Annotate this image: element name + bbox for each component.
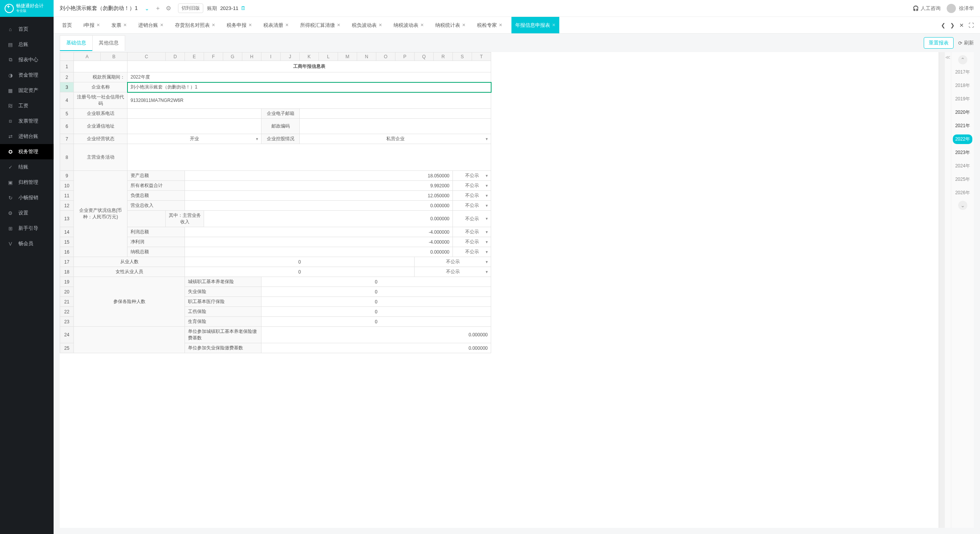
subtab[interactable]: 基础信息 bbox=[60, 35, 92, 51]
phone-value[interactable] bbox=[127, 109, 261, 119]
tab[interactable]: 税负波动表✕ bbox=[350, 17, 384, 33]
col-header[interactable]: M bbox=[338, 52, 357, 61]
nav-item[interactable]: ⧈发票管理 bbox=[0, 113, 54, 129]
metric-value[interactable]: -4.000000 bbox=[185, 227, 453, 237]
tab[interactable]: 税务申报✕ bbox=[224, 17, 254, 33]
fullscreen-icon[interactable]: ⛶ bbox=[969, 22, 974, 28]
refresh-button[interactable]: ⟳ 刷新 bbox=[958, 39, 974, 46]
metric-value[interactable]: -4.000000 bbox=[185, 237, 453, 247]
tab[interactable]: 所得税汇算清缴✕ bbox=[298, 17, 343, 33]
publish-select[interactable]: 不公示 bbox=[415, 257, 491, 267]
add-account-icon[interactable]: + bbox=[156, 5, 160, 12]
tab-close-icon[interactable]: ✕ bbox=[499, 23, 502, 28]
col-header[interactable]: R bbox=[434, 52, 453, 61]
horizontal-scrollbar[interactable] bbox=[60, 353, 939, 359]
row-header[interactable]: 12 bbox=[60, 201, 74, 211]
publish-select[interactable]: 不公示 bbox=[453, 171, 491, 181]
year-item[interactable]: 2023年 bbox=[953, 148, 972, 157]
col-header[interactable]: K bbox=[300, 52, 319, 61]
activity-value[interactable] bbox=[127, 144, 491, 171]
tab-close-icon[interactable]: ✕ bbox=[96, 23, 100, 28]
user-menu[interactable]: 徐泽华 bbox=[947, 4, 974, 13]
row-header[interactable]: 15 bbox=[60, 237, 74, 247]
consult-button[interactable]: 🎧 人工咨询 bbox=[913, 5, 941, 12]
nav-item[interactable]: ↻小畅报销 bbox=[0, 190, 54, 205]
zip-value[interactable] bbox=[300, 119, 491, 134]
tab-close-icon[interactable]: ✕ bbox=[285, 23, 289, 28]
row-header[interactable]: 25 bbox=[60, 343, 74, 353]
col-header[interactable]: F bbox=[204, 52, 223, 61]
col-header[interactable]: Q bbox=[415, 52, 434, 61]
year-item[interactable]: 2021年 bbox=[953, 121, 972, 131]
row-header[interactable]: 14 bbox=[60, 227, 74, 237]
switch-old-button[interactable]: 切到旧版 bbox=[178, 3, 203, 13]
tab[interactable]: 纳税波动表✕ bbox=[391, 17, 426, 33]
row-header[interactable]: 19 bbox=[60, 277, 74, 287]
year-item[interactable]: 2019年 bbox=[953, 94, 972, 104]
insurance-value[interactable]: 0 bbox=[261, 297, 491, 307]
tab[interactable]: i申报✕ bbox=[81, 17, 102, 33]
tab-close-icon[interactable]: ✕ bbox=[123, 23, 127, 28]
emp-value[interactable]: 0 bbox=[185, 257, 415, 267]
nav-item[interactable]: ⚙设置 bbox=[0, 205, 54, 221]
calendar-icon[interactable]: 🗓 bbox=[241, 5, 246, 11]
nav-item[interactable]: ✓结账 bbox=[0, 159, 54, 175]
row-header[interactable]: 20 bbox=[60, 287, 74, 297]
tab-close-icon[interactable]: ✕ bbox=[160, 23, 163, 28]
col-header[interactable]: T bbox=[472, 52, 491, 61]
female-value[interactable]: 0 bbox=[185, 267, 415, 277]
tabs-close-all-icon[interactable]: ✕ bbox=[959, 22, 964, 28]
publish-select[interactable]: 不公示 bbox=[453, 247, 491, 257]
account-dropdown-icon[interactable]: ⌄ bbox=[145, 5, 149, 11]
tab[interactable]: 进销台账✕ bbox=[136, 17, 166, 33]
nav-item[interactable]: ▦固定资产 bbox=[0, 83, 54, 98]
tab[interactable]: 税检专家✕ bbox=[475, 17, 505, 33]
year-item[interactable]: 2026年 bbox=[953, 188, 972, 198]
year-item[interactable]: 2024年 bbox=[953, 161, 972, 171]
publish-select[interactable]: 不公示 bbox=[453, 181, 491, 191]
nav-item[interactable]: ⌂首页 bbox=[0, 21, 54, 37]
publish-select[interactable]: 不公示 bbox=[415, 267, 491, 277]
subtab[interactable]: 其他信息 bbox=[92, 35, 125, 51]
metric-value[interactable]: 0.000000 bbox=[185, 247, 453, 257]
base-value[interactable]: 0.000000 bbox=[261, 343, 491, 353]
col-header[interactable]: A bbox=[74, 52, 101, 61]
col-header[interactable]: I bbox=[261, 52, 281, 61]
nav-item[interactable]: V畅会员 bbox=[0, 236, 54, 251]
year-scroll-down-icon[interactable]: ⌄ bbox=[958, 201, 967, 210]
col-header[interactable]: P bbox=[395, 52, 415, 61]
col-header[interactable]: E bbox=[185, 52, 204, 61]
col-header[interactable]: N bbox=[357, 52, 376, 61]
tab-close-icon[interactable]: ✕ bbox=[552, 23, 555, 28]
row-header[interactable]: 9 bbox=[60, 171, 74, 181]
col-header[interactable]: J bbox=[281, 52, 300, 61]
row-header[interactable]: 5 bbox=[60, 109, 74, 119]
vertical-scrollbar[interactable] bbox=[939, 52, 945, 528]
row-header[interactable]: 22 bbox=[60, 307, 74, 317]
tab-close-icon[interactable]: ✕ bbox=[248, 23, 252, 28]
tab[interactable]: 发票✕ bbox=[109, 17, 129, 33]
year-item[interactable]: 2025年 bbox=[953, 175, 972, 184]
row-header[interactable]: 8 bbox=[60, 144, 74, 171]
period-value[interactable]: 2022年度 bbox=[127, 72, 491, 82]
tabs-prev-icon[interactable]: ❮ bbox=[941, 22, 946, 28]
publish-select[interactable]: 不公示 bbox=[453, 201, 491, 211]
metric-value[interactable]: 0.000000 bbox=[185, 201, 453, 211]
select-all-cell[interactable] bbox=[60, 52, 74, 61]
nav-item[interactable]: ⧉报表中心 bbox=[0, 52, 54, 67]
tab-close-icon[interactable]: ✕ bbox=[212, 23, 215, 28]
row-header[interactable]: 16 bbox=[60, 247, 74, 257]
row-header[interactable]: 7 bbox=[60, 134, 74, 144]
nav-item[interactable]: ◑资金管理 bbox=[0, 67, 54, 83]
row-header[interactable]: 6 bbox=[60, 119, 74, 134]
row-header[interactable]: 2 bbox=[60, 72, 74, 82]
row-header[interactable]: 24 bbox=[60, 327, 74, 343]
year-item[interactable]: 2022年 bbox=[953, 134, 972, 144]
col-header[interactable]: G bbox=[223, 52, 242, 61]
col-header[interactable]: S bbox=[453, 52, 472, 61]
row-header[interactable]: 18 bbox=[60, 267, 74, 277]
row-header[interactable]: 23 bbox=[60, 317, 74, 327]
row-header[interactable]: 4 bbox=[60, 92, 74, 109]
tabs-next-icon[interactable]: ❯ bbox=[950, 22, 955, 28]
nav-item[interactable]: ✪税务管理 bbox=[0, 144, 54, 159]
